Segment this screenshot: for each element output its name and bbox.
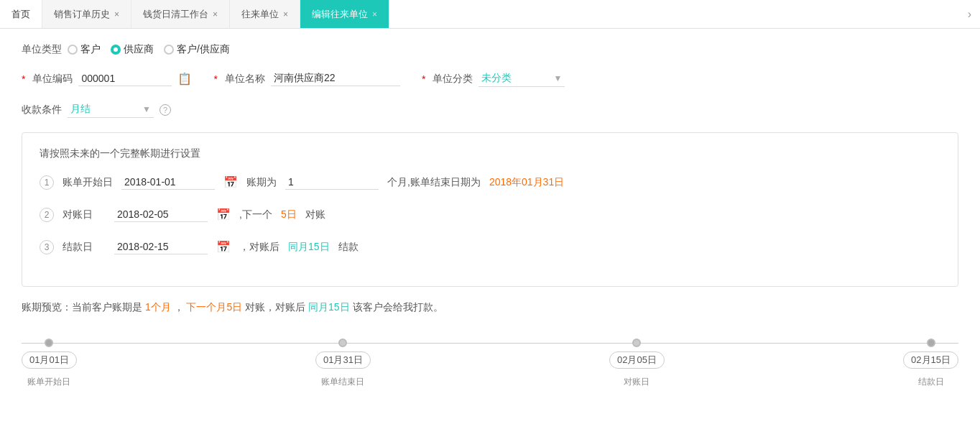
reconcile-suffix: 对账 [305, 208, 325, 221]
start-date-input[interactable] [121, 175, 215, 190]
unit-type-radio-group: 客户 供应商 客户/供应商 [68, 43, 230, 56]
row-num-3: 3 [40, 240, 54, 254]
timeline-point-3: 02月15日 结款日 [903, 339, 958, 388]
unit-code-field: * 单位编码 📋 [22, 71, 192, 86]
tab-close-partner[interactable]: × [283, 9, 288, 19]
settings-row-3: 3 结款日 📅 ，对账后 同月15日 结款 [40, 239, 940, 254]
point-dot-3 [927, 339, 935, 347]
payment-suffix: 结款 [338, 241, 359, 254]
preview-comma1: ， [174, 301, 184, 313]
payment-condition-arrow-icon: ▼ [142, 104, 151, 114]
point-label-2: 对账日 [624, 376, 650, 388]
tab-close-edit-partner[interactable]: × [372, 9, 377, 19]
preview-suffix: 该客户会给我打款。 [353, 301, 443, 313]
calendar-icon-1[interactable]: 📅 [223, 175, 238, 189]
unit-category-field: * 单位分类 未分类 ▼ [422, 70, 565, 87]
unit-name-label: 单位名称 [225, 73, 265, 86]
calendar-icon-3[interactable]: 📅 [216, 240, 231, 254]
unit-category-select[interactable]: 未分类 ▼ [479, 70, 565, 87]
period-suffix: 个月,账单结束日期为 [387, 176, 481, 189]
unit-type-field: 单位类型 客户 供应商 客户/供应商 [22, 43, 230, 56]
radio-both-label: 客户/供应商 [177, 43, 230, 56]
preview-part1: 1个月 [145, 301, 171, 313]
period-prefix: 账期为 [246, 176, 277, 189]
payment-highlight: 同月15日 [288, 241, 330, 254]
payment-row: 收款条件 月结 ▼ ? [22, 101, 958, 118]
payment-date-input[interactable] [114, 239, 208, 254]
settings-row-2: 2 对账日 📅 ,下一个 5日 对账 [40, 207, 940, 222]
payment-condition-field: 收款条件 月结 ▼ ? [22, 101, 171, 118]
calendar-icon-2[interactable]: 📅 [216, 208, 231, 221]
radio-supplier[interactable]: 供应商 [111, 43, 154, 56]
tab-bar: 首页 销售订单历史 × 钱货日清工作台 × 往来单位 × 编辑往来单位 × › [0, 0, 980, 29]
timeline: 01月01日 账单开始日 01月31日 账单结束日 02月05日 对账日 02月… [22, 331, 958, 410]
point-date-3: 02月15日 [903, 351, 958, 369]
reconcile-date-input[interactable] [114, 207, 208, 222]
unit-code-input[interactable] [78, 71, 172, 86]
row-num-1: 1 [40, 175, 54, 190]
reconcile-prefix: ,下一个 [239, 208, 272, 221]
radio-customer[interactable]: 客户 [68, 43, 101, 56]
point-dot-2 [632, 339, 641, 347]
point-label-1: 账单结束日 [321, 376, 364, 388]
preview-part2: 下一个月5日 [186, 301, 242, 313]
unit-type-row: 单位类型 客户 供应商 客户/供应商 [22, 43, 958, 56]
radio-customer-label: 客户 [80, 43, 101, 56]
radio-supplier-circle [111, 45, 121, 55]
tab-close-sales-history[interactable]: × [114, 9, 119, 19]
preview-part4: 同月15日 [308, 301, 350, 313]
unit-code-label: 单位编码 [32, 73, 73, 86]
payment-prefix: ，对账后 [239, 241, 279, 254]
unit-category-value: 未分类 [481, 72, 549, 85]
row-label-3: 结款日 [63, 241, 106, 254]
unit-name-field: * 单位名称 [213, 71, 399, 86]
unit-info-row: * 单位编码 📋 * 单位名称 * 单位分类 未分类 ▼ [22, 70, 958, 87]
settings-title: 请按照未来的一个完整帐期进行设置 [40, 147, 940, 160]
point-dot-1 [338, 339, 347, 347]
unit-name-input[interactable] [271, 71, 400, 86]
unit-type-label: 单位类型 [22, 43, 62, 56]
point-label-3: 结款日 [918, 376, 944, 388]
unit-category-arrow-icon: ▼ [553, 73, 562, 83]
payment-condition-label: 收款条件 [22, 104, 62, 116]
tab-home[interactable]: 首页 [0, 0, 42, 28]
row-label-2: 对账日 [63, 208, 106, 221]
point-date-2: 02月05日 [609, 351, 665, 369]
point-date-0: 01月01日 [22, 351, 77, 369]
unit-category-label: 单位分类 [433, 73, 473, 86]
point-date-1: 01月31日 [315, 351, 371, 369]
preview-part3: 对账，对账后 [245, 301, 305, 313]
tab-scroll-right[interactable]: › [959, 0, 980, 28]
timeline-point-1: 01月31日 账单结束日 [315, 339, 371, 388]
radio-both-circle [164, 45, 174, 55]
row-num-2: 2 [40, 208, 54, 222]
tab-partner[interactable]: 往来单位 × [230, 0, 300, 28]
tab-close-cash-work[interactable]: × [213, 9, 218, 19]
radio-customer-circle [68, 45, 78, 55]
tab-sales-history[interactable]: 销售订单历史 × [42, 0, 131, 28]
unit-code-icon[interactable]: 📋 [177, 72, 192, 86]
timeline-point-0: 01月01日 账单开始日 [22, 339, 77, 388]
payment-condition-value: 月结 [70, 103, 138, 116]
period-value-input[interactable] [285, 175, 379, 190]
timeline-points: 01月01日 账单开始日 01月31日 账单结束日 02月05日 对账日 02月… [22, 339, 958, 388]
point-dot-0 [45, 339, 53, 347]
radio-both[interactable]: 客户/供应商 [164, 43, 230, 56]
radio-supplier-label: 供应商 [124, 43, 154, 56]
row-label-1: 账单开始日 [63, 176, 113, 189]
settings-box: 请按照未来的一个完整帐期进行设置 1 账单开始日 📅 账期为 个月,账单结束日期… [22, 132, 958, 287]
help-icon[interactable]: ? [160, 104, 171, 116]
preview-text: 账期预览：当前客户账期是 1个月 ， 下一个月5日 对账，对账后 同月15日 该… [22, 301, 958, 314]
page-content: 单位类型 客户 供应商 客户/供应商 * 单位编码 [0, 29, 980, 437]
point-label-0: 账单开始日 [27, 376, 70, 388]
preview-prefix: 账期预览：当前客户账期是 [22, 301, 142, 313]
payment-condition-select[interactable]: 月结 ▼ [68, 101, 154, 118]
tab-cash-work[interactable]: 钱货日清工作台 × [131, 0, 230, 28]
period-end-date: 2018年01月31日 [489, 176, 564, 189]
tab-edit-partner[interactable]: 编辑往来单位 × [300, 0, 389, 28]
timeline-point-2: 02月05日 对账日 [609, 339, 665, 388]
settings-row-1: 1 账单开始日 📅 账期为 个月,账单结束日期为 2018年01月31日 [40, 175, 940, 190]
reconcile-highlight: 5日 [281, 208, 297, 221]
